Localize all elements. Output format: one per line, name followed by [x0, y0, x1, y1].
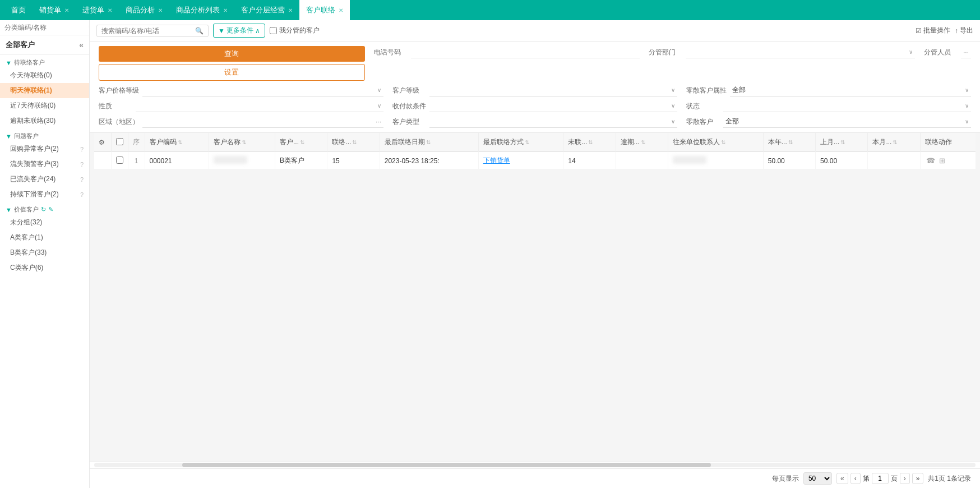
filter-customer-type-label: 客户类型	[392, 117, 426, 127]
scrollbar-track[interactable]	[94, 463, 976, 467]
my-customers-checkbox-area[interactable]: 我分管的客户	[270, 26, 320, 35]
help-icon[interactable]: ?	[80, 191, 84, 198]
col-customer-name[interactable]: 客户名称⇅	[209, 133, 275, 152]
help-icon[interactable]: ?	[80, 176, 84, 183]
col-company-contact[interactable]: 往来单位联系人⇅	[668, 133, 763, 152]
filter-manager-input[interactable]: ···	[961, 46, 971, 58]
col-this-month[interactable]: 本月...⇅	[868, 133, 920, 152]
horizontal-scrollbar[interactable]	[90, 461, 980, 468]
sidebar-item-today-pending[interactable]: 今天待联络(0)	[0, 68, 89, 83]
nav-product-analysis[interactable]: 商品分析 ✕	[119, 0, 169, 20]
filter-region-input[interactable]: ···	[142, 116, 383, 128]
sidebar-item-abnormal-repurchase[interactable]: 回购异常客户(2) ?	[0, 141, 89, 156]
col-last-month[interactable]: 上月...⇅	[816, 133, 868, 152]
scrollbar-thumb[interactable]	[182, 463, 711, 467]
sidebar-item-tomorrow-pending[interactable]: 明天待联络(1)	[0, 83, 89, 98]
select-all-checkbox[interactable]	[116, 138, 123, 145]
sidebar-item-overdue-contact[interactable]: 逾期未联络(30)	[0, 113, 89, 128]
my-customers-checkbox[interactable]	[270, 27, 277, 34]
row-checkbox[interactable]	[116, 156, 123, 164]
sidebar-item-class-a[interactable]: A类客户(1)	[0, 230, 89, 245]
close-product-analysis-list-icon[interactable]: ✕	[223, 7, 228, 13]
filter-payment-terms: 收付款条件 ∨	[392, 100, 677, 112]
query-button[interactable]: 查询	[99, 46, 365, 62]
col-customer-code[interactable]: 客户编码⇅	[145, 133, 209, 152]
nav-sales-order[interactable]: 销货单 ✕	[33, 0, 76, 20]
nav-customer-contact[interactable]: 客户联络 ✕	[299, 0, 350, 20]
customer-level-arrow-icon: ∨	[671, 87, 675, 93]
filter-row-1: 电话号码 分管部门 ∨ 分管人员 ···	[99, 46, 971, 81]
group-pending-title: 待联络客户	[14, 58, 45, 67]
nav-purchase-order[interactable]: 进货单 ✕	[76, 0, 119, 20]
table-settings-icon[interactable]: ⚙	[99, 139, 105, 146]
sidebar-item-churn-warning[interactable]: 流失预警客户(3) ?	[0, 156, 89, 172]
sidebar-item-label: 回购异常客户(2)	[10, 144, 59, 154]
col-customer-type[interactable]: 客户...⇅	[275, 133, 327, 152]
col-this-year[interactable]: 本年...⇅	[763, 133, 815, 152]
filter-payment-terms-select[interactable]: ∨	[429, 100, 677, 112]
filter-nature-select[interactable]: ∨	[136, 100, 383, 112]
page-size-select[interactable]: 50 10 20 100	[803, 472, 832, 485]
sidebar-item-class-c[interactable]: C类客户(6)	[0, 260, 89, 275]
group-arrow-icon: ▼	[6, 59, 12, 66]
action-phone-icon[interactable]: ☎	[926, 156, 935, 165]
first-page-button[interactable]: «	[836, 473, 848, 484]
filter-customer-level-select[interactable]: ∨	[429, 84, 677, 96]
sidebar-item-label: A类客户(1)	[10, 233, 43, 242]
filter-phone-input[interactable]	[411, 46, 640, 58]
close-purchase-order-icon[interactable]: ✕	[108, 7, 112, 13]
toolbar-search-icon[interactable]: 🔍	[195, 27, 204, 35]
filter-retail-customer-select[interactable]: 全部 ∨	[723, 116, 971, 128]
sidebar-item-7days-pending[interactable]: 近7天待联络(0)	[0, 98, 89, 113]
help-icon[interactable]: ?	[80, 161, 84, 168]
cell-settings	[94, 152, 111, 170]
more-filters-button[interactable]: ▼ 更多条件 ∧	[213, 24, 265, 38]
filter-customer-type-select[interactable]: ∨	[429, 116, 677, 128]
next-page-button[interactable]: ›	[900, 473, 910, 484]
col-overdue[interactable]: 逾期...⇅	[616, 133, 668, 152]
sidebar-item-churned[interactable]: 已流失客户(24) ?	[0, 172, 89, 187]
filter-price-level-select[interactable]: ∨	[142, 84, 383, 96]
sidebar-item-ungrouped[interactable]: 未分组(32)	[0, 215, 89, 230]
nav-home[interactable]: 首页	[4, 0, 33, 20]
cell-last-contact-way[interactable]: 下销货单	[478, 152, 563, 170]
nav-product-analysis-list[interactable]: 商品分析列表 ✕	[169, 0, 234, 20]
cell-overdue	[616, 152, 668, 170]
group-value-customers[interactable]: ▼ 价值客户 ↻ ✎	[0, 202, 89, 215]
last-contact-way-link[interactable]: 下销货单	[483, 156, 510, 164]
set-button[interactable]: 设置	[99, 64, 365, 81]
filter-status-select[interactable]: ∨	[723, 100, 971, 112]
export-button[interactable]: ↑ 导出	[955, 26, 973, 35]
region-dots-icon[interactable]: ···	[376, 118, 381, 126]
filter-retail-attr-select[interactable]: 全部 ∨	[730, 84, 971, 96]
help-icon[interactable]: ?	[80, 146, 84, 153]
close-product-analysis-icon[interactable]: ✕	[158, 7, 163, 13]
close-customer-contact-icon[interactable]: ✕	[339, 7, 343, 13]
group-pending-contact[interactable]: ▼ 待联络客户	[0, 55, 89, 68]
toolbar-search-input[interactable]	[101, 27, 195, 35]
col-contact-count[interactable]: 联络...⇅	[327, 133, 380, 152]
sidebar-all-customers[interactable]: 全部客户 «	[0, 35, 89, 55]
prev-page-button[interactable]: ‹	[850, 473, 861, 484]
cell-checkbox[interactable]	[111, 152, 128, 170]
batch-operation-button[interactable]: ☑ 批量操作	[916, 26, 950, 35]
col-last-contact-way[interactable]: 最后联络方式⇅	[478, 133, 563, 152]
sidebar-item-class-b[interactable]: B类客户(33)	[0, 245, 89, 260]
close-sales-order-icon[interactable]: ✕	[64, 7, 69, 13]
edit-value-icon[interactable]: ✎	[48, 206, 53, 213]
sidebar-search-input[interactable]	[4, 24, 89, 31]
last-page-button[interactable]: »	[912, 473, 924, 484]
page-number-input[interactable]	[872, 473, 889, 484]
nav-customer-tiering[interactable]: 客户分层经营 ✕	[234, 0, 299, 20]
sidebar-item-declining[interactable]: 持续下滑客户(2) ?	[0, 187, 89, 202]
col-settings[interactable]: ⚙	[94, 133, 111, 152]
group-problem-customers[interactable]: ▼ 问题客户	[0, 128, 89, 141]
col-last-contact-date[interactable]: 最后联络日期⇅	[380, 133, 478, 152]
close-customer-tiering-icon[interactable]: ✕	[288, 7, 293, 13]
refresh-icon[interactable]: ↻	[41, 206, 46, 213]
col-not-contact[interactable]: 未联...⇅	[563, 133, 616, 152]
filter-customer-type: 客户类型 ∨	[392, 116, 677, 128]
manager-dots-icon[interactable]: ···	[963, 48, 969, 56]
filter-dept-select[interactable]: ∨	[686, 46, 915, 58]
action-more-icon[interactable]: ⊞	[939, 156, 945, 165]
